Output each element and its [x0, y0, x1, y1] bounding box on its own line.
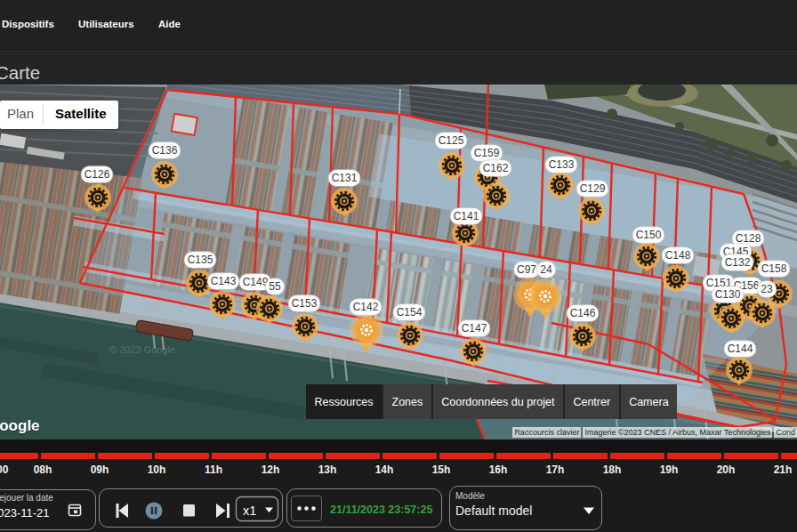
svg-text:23: 23 [761, 283, 773, 295]
svg-text:C142: C142 [353, 301, 379, 313]
svg-text:C149: C149 [243, 276, 269, 288]
svg-text:C153: C153 [292, 297, 318, 310]
svg-text:x1: x1 [243, 504, 256, 518]
svg-text:C143: C143 [211, 275, 237, 287]
svg-text:C158: C158 [761, 262, 787, 275]
svg-text:C129: C129 [580, 182, 606, 195]
svg-text:24: 24 [540, 263, 552, 276]
svg-text:C125: C125 [439, 134, 464, 147]
svg-text:C126: C126 [85, 168, 110, 181]
svg-text:C132: C132 [725, 256, 751, 269]
svg-text:C130: C130 [715, 288, 741, 301]
svg-text:C144: C144 [728, 343, 753, 355]
svg-text:C135: C135 [188, 254, 213, 266]
svg-text:© 2023 Google: © 2023 Google [109, 344, 175, 355]
svg-text:C141: C141 [454, 210, 479, 222]
svg-text:C131: C131 [332, 172, 358, 184]
svg-text:C154: C154 [397, 306, 423, 318]
svg-text:C133: C133 [549, 158, 575, 171]
svg-text:C146: C146 [570, 307, 596, 319]
svg-text:C136: C136 [152, 144, 178, 157]
svg-text:C97: C97 [517, 263, 536, 276]
svg-text:C148: C148 [665, 249, 691, 262]
svg-text:C162: C162 [483, 162, 509, 174]
svg-text:C128: C128 [736, 232, 761, 245]
svg-text:C147: C147 [462, 322, 487, 335]
svg-text:C150: C150 [636, 229, 662, 241]
svg-text:55: 55 [269, 280, 281, 293]
svg-text:C159: C159 [474, 147, 500, 159]
